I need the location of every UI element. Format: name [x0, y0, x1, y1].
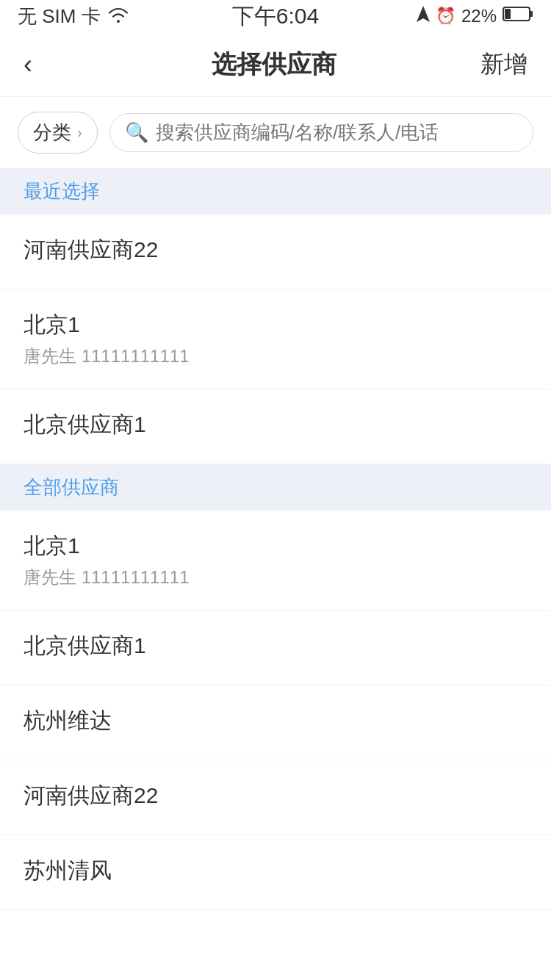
- wifi-icon: [108, 5, 129, 28]
- category-filter-button[interactable]: 分类 ›: [18, 112, 98, 154]
- list-item[interactable]: 苏州清风: [0, 835, 551, 910]
- item-name: 河南供应商22: [24, 235, 527, 265]
- all-list: 北京1 唐先生 11111111111 北京供应商1 杭州维达 河南供应商22 …: [0, 511, 551, 910]
- recent-list: 河南供应商22 北京1 唐先生 11111111111 北京供应商1: [0, 215, 551, 464]
- page-title: 选择供应商: [212, 48, 336, 82]
- nav-bar: ‹ 选择供应商 新增: [0, 32, 551, 97]
- search-box: 🔍: [109, 113, 533, 152]
- search-input[interactable]: [156, 121, 518, 144]
- item-name: 北京供应商1: [24, 410, 527, 440]
- item-detail: 唐先生 11111111111: [24, 345, 527, 368]
- location-icon: [417, 6, 430, 26]
- item-name: 北京1: [24, 531, 527, 561]
- search-icon: 🔍: [125, 121, 148, 144]
- status-right: ⏰ 22%: [417, 6, 533, 26]
- all-section-header: 全部供应商: [0, 464, 551, 511]
- alarm-icon: ⏰: [436, 7, 455, 26]
- item-name: 杭州维达: [24, 706, 527, 736]
- recent-section-header: 最近选择: [0, 168, 551, 215]
- item-detail: 唐先生 11111111111: [24, 566, 527, 589]
- carrier-text: 无 SIM 卡: [18, 4, 101, 29]
- add-button[interactable]: 新增: [480, 48, 527, 81]
- back-button[interactable]: ‹: [24, 49, 68, 80]
- category-label: 分类: [33, 120, 71, 145]
- list-item[interactable]: 河南供应商22: [0, 760, 551, 835]
- list-item[interactable]: 北京1 唐先生 11111111111: [0, 289, 551, 389]
- svg-rect-2: [505, 9, 511, 19]
- status-time: 下午6:04: [232, 1, 319, 32]
- list-item[interactable]: 河南供应商22: [0, 215, 551, 289]
- list-item[interactable]: 北京供应商1: [0, 610, 551, 685]
- battery-text: 22%: [461, 6, 497, 26]
- list-item[interactable]: 北京1 唐先生 11111111111: [0, 511, 551, 610]
- status-bar: 无 SIM 卡 下午6:04 ⏰ 22%: [0, 0, 551, 32]
- item-name: 北京1: [24, 310, 527, 340]
- svg-rect-1: [530, 11, 533, 17]
- item-name: 苏州清风: [24, 856, 527, 886]
- battery-icon: [503, 6, 533, 26]
- list-item[interactable]: 杭州维达: [0, 685, 551, 760]
- item-name: 北京供应商1: [24, 631, 527, 661]
- list-item[interactable]: 北京供应商1: [0, 389, 551, 464]
- item-name: 河南供应商22: [24, 781, 527, 811]
- status-left: 无 SIM 卡: [18, 4, 129, 29]
- chevron-right-icon: ›: [77, 124, 82, 141]
- filter-bar: 分类 › 🔍: [0, 97, 551, 168]
